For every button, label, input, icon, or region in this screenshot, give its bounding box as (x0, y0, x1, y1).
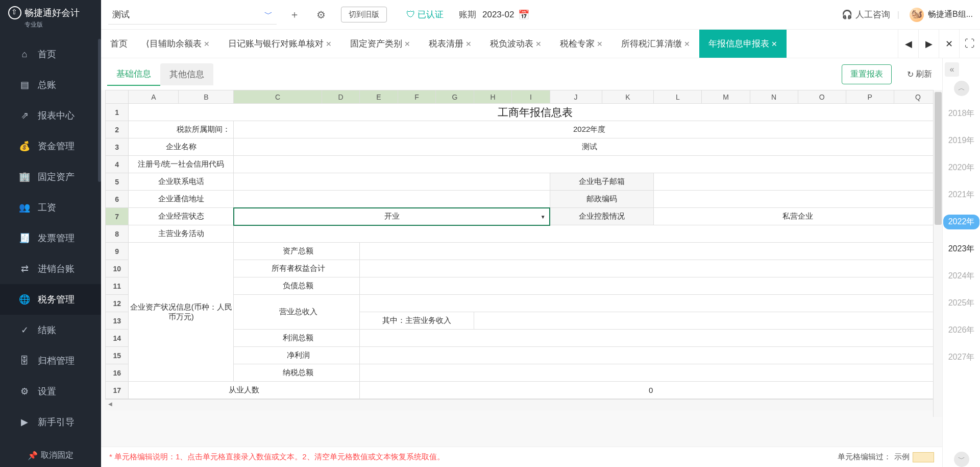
col-I[interactable]: I (512, 90, 550, 104)
tab-0[interactable]: 首页 (101, 30, 137, 58)
tab-4[interactable]: 税表清册✕ (420, 30, 481, 58)
r7-value-dropdown[interactable]: 开业▼ (234, 208, 550, 225)
row-4[interactable]: 4 (106, 156, 129, 173)
col-B[interactable]: B (179, 90, 234, 104)
row-11[interactable]: 11 (106, 277, 129, 295)
tab-scroll-right[interactable]: ▶ (919, 30, 939, 58)
switch-old-button[interactable]: 切到旧版 (341, 7, 387, 22)
col-F[interactable]: F (398, 90, 436, 104)
r5-value2[interactable] (654, 173, 942, 191)
col-J[interactable]: J (550, 90, 602, 104)
row-2[interactable]: 2 (106, 121, 129, 138)
sidebar-item-12[interactable]: ▶新手引导 (0, 407, 101, 437)
year-2018年[interactable]: 2018年 (943, 106, 980, 121)
year-2021年[interactable]: 2021年 (943, 188, 980, 202)
sidebar-item-7[interactable]: ⇄进销台账 (0, 253, 101, 284)
year-scroll-up[interactable]: ︿ (954, 81, 969, 96)
r6-value2[interactable] (654, 191, 942, 208)
r17-value[interactable]: 0 (360, 382, 942, 399)
col-L[interactable]: L (654, 90, 702, 104)
sheet-hscrollbar[interactable]: ◀ (105, 399, 933, 410)
col-D[interactable]: D (322, 90, 360, 104)
row-17[interactable]: 17 (106, 382, 129, 399)
col-K[interactable]: K (602, 90, 654, 104)
tab-6[interactable]: 税检专家✕ (551, 30, 612, 58)
r14-value[interactable] (360, 330, 942, 347)
row-9[interactable]: 9 (106, 243, 129, 260)
row-15[interactable]: 15 (106, 347, 129, 364)
sheet-vscroll-thumb[interactable] (935, 92, 942, 225)
sidebar-item-5[interactable]: 👥工资 (0, 192, 101, 223)
sidebar-item-9[interactable]: ✓结账 (0, 315, 101, 345)
r6-value[interactable] (234, 191, 550, 208)
close-icon[interactable]: ✕ (771, 40, 777, 48)
close-icon[interactable]: ✕ (204, 40, 210, 48)
user-avatar[interactable] (910, 8, 924, 22)
close-icon[interactable]: ✕ (404, 40, 410, 48)
tab-5[interactable]: 税负波动表✕ (481, 30, 551, 58)
sidebar-item-4[interactable]: 🏢固定资产 (0, 161, 101, 192)
year-2024年[interactable]: 2024年 (943, 269, 980, 284)
col-E[interactable]: E (360, 90, 398, 104)
year-2022年[interactable]: 2022年 (943, 215, 980, 229)
r11-value[interactable] (360, 277, 942, 295)
row-8[interactable]: 8 (106, 225, 129, 243)
row-16[interactable]: 16 (106, 364, 129, 382)
sidebar-item-10[interactable]: 🗄归档管理 (0, 345, 101, 376)
year-2019年[interactable]: 2019年 (943, 133, 980, 148)
sheet-corner[interactable] (106, 90, 129, 104)
row-13[interactable]: 13 (106, 312, 129, 330)
year-scroll-down[interactable]: ﹀ (954, 452, 969, 467)
col-P[interactable]: P (846, 90, 894, 104)
tab-8[interactable]: 年报信息申报表✕ (699, 30, 787, 58)
r7-value2[interactable]: 私营企业 (654, 208, 942, 225)
spreadsheet[interactable]: ABCDEFGHIJKLMNOPQ1工商年报信息表2税款所属期间：2022年度3… (105, 90, 942, 410)
tab-1[interactable]: ⟨目辅助余额表✕ (137, 30, 219, 58)
r12-value[interactable] (360, 295, 942, 312)
col-A[interactable]: A (129, 90, 179, 104)
sidebar-item-0[interactable]: ⌂首页 (0, 39, 101, 69)
close-icon[interactable]: ✕ (597, 40, 603, 48)
row-14[interactable]: 14 (106, 330, 129, 347)
col-H[interactable]: H (474, 90, 512, 104)
company-selector[interactable]: 测试 ﹀ (108, 5, 277, 25)
r2-value[interactable]: 2022年度 (234, 121, 942, 138)
sidebar-item-6[interactable]: 🧾发票管理 (0, 223, 101, 253)
r8-value[interactable] (234, 225, 942, 243)
reset-report-button[interactable]: 重置报表 (842, 64, 892, 84)
r4-value[interactable] (234, 156, 942, 173)
year-2027年[interactable]: 2027年 (943, 350, 980, 365)
row-6[interactable]: 6 (106, 191, 129, 208)
col-M[interactable]: M (702, 90, 750, 104)
r13-value[interactable] (474, 312, 942, 330)
row-10[interactable]: 10 (106, 260, 129, 277)
r3-value[interactable]: 测试 (234, 138, 942, 156)
r16-value[interactable] (360, 364, 942, 382)
row-5[interactable]: 5 (106, 173, 129, 191)
row-3[interactable]: 3 (106, 138, 129, 156)
tab-scroll-left[interactable]: ◀ (898, 30, 919, 58)
scroll-left-icon[interactable]: ◀ (108, 401, 112, 407)
col-C[interactable]: C (234, 90, 322, 104)
fullscreen-button[interactable]: ⛶ (960, 30, 980, 58)
settings-button[interactable]: ⚙ (312, 6, 330, 24)
sidebar-item-2[interactable]: ⇗报表中心 (0, 100, 101, 131)
tab-2[interactable]: 日记账与银行对账单核对✕ (219, 30, 341, 58)
r5-value[interactable] (234, 173, 550, 191)
year-2023年[interactable]: 2023年 (943, 242, 980, 256)
sheet-vscrollbar[interactable]: ▲ (933, 90, 942, 417)
unpin-button[interactable]: 📌 取消固定 (0, 443, 101, 467)
close-icon[interactable]: ✕ (326, 40, 332, 48)
tab-7[interactable]: 所得税汇算清缴✕ (612, 30, 699, 58)
col-N[interactable]: N (750, 90, 798, 104)
r15-value[interactable] (360, 347, 942, 364)
row-1[interactable]: 1 (106, 104, 129, 121)
r9-value[interactable] (360, 243, 942, 260)
refresh-button[interactable]: ↻ 刷新 (907, 69, 932, 80)
subtab-other[interactable]: 其他信息 (160, 63, 213, 85)
tab-3[interactable]: 固定资产类别✕ (341, 30, 420, 58)
sidebar-item-11[interactable]: ⚙设置 (0, 376, 101, 407)
sidebar-item-3[interactable]: 💰资金管理 (0, 131, 101, 161)
calendar-icon[interactable]: 📅 (518, 9, 529, 20)
close-icon[interactable]: ✕ (535, 40, 542, 48)
